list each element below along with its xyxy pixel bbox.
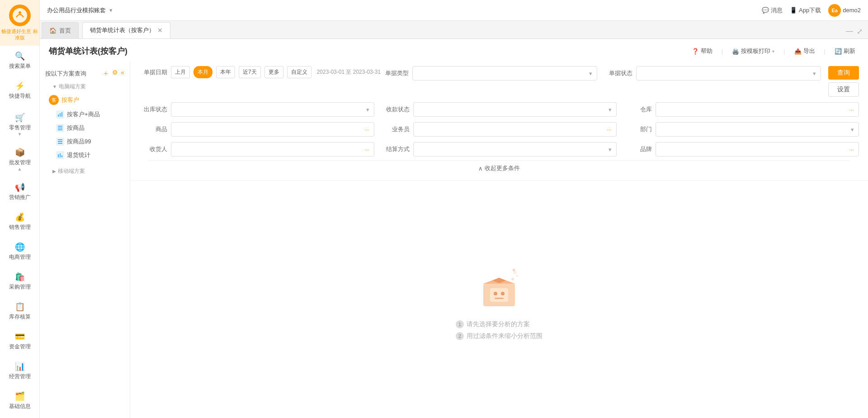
top-header: 办公用品行业模拟账套 ▾ 💬 消息 📱 App下载 Ea demo2 bbox=[40, 0, 868, 21]
svg-point-20 bbox=[516, 275, 518, 277]
filter-row-2: 出库状态 ▾ 收款状态 ▾ bbox=[139, 102, 859, 117]
sidebar-item-wholesale[interactable]: 📦 批发管理 ▲ bbox=[0, 142, 39, 177]
minimize-icon[interactable]: — bbox=[846, 27, 853, 36]
query-btn[interactable]: 查询 bbox=[828, 66, 859, 80]
brand-ellipsis[interactable]: ··· bbox=[849, 146, 854, 153]
collapse-icon: ∧ bbox=[478, 165, 483, 172]
sidebar-item-retail[interactable]: 🛒 零售管理 ▼ bbox=[0, 107, 39, 142]
print-btn[interactable]: 🖨️ 按模板打印 ▾ bbox=[728, 45, 778, 57]
collapse-panel-btn[interactable]: « bbox=[121, 69, 124, 78]
sidebar-item-purchase[interactable]: 🛍️ 采购管理 bbox=[0, 266, 39, 296]
tab-close-icon[interactable]: ✕ bbox=[157, 27, 163, 33]
filter-area: 单据日期 上月 本月 本年 近7天 更多 自定义 2023-03-01 至 20… bbox=[130, 62, 868, 181]
tab-sales-stats[interactable]: 销货单统计表（按客户） ✕ bbox=[82, 22, 170, 38]
tab-window-controls: — ⤢ bbox=[846, 27, 868, 38]
sidebar-item-finance[interactable]: 💳 资金管理 bbox=[0, 326, 39, 356]
sidebar-item-ecommerce[interactable]: 🌐 电商管理 bbox=[0, 237, 39, 266]
svg-rect-13 bbox=[61, 155, 62, 157]
header-dropdown-icon[interactable]: ▾ bbox=[109, 7, 113, 14]
avatar: Ea bbox=[828, 4, 841, 17]
order-status-input[interactable]: ▾ bbox=[636, 66, 821, 81]
empty-illustration: ★ bbox=[472, 259, 526, 313]
warehouse-label: 仓库 bbox=[624, 105, 656, 114]
user-profile[interactable]: Ea demo2 bbox=[828, 4, 861, 17]
tree-item-by-goods[interactable]: 按商品 bbox=[40, 121, 130, 135]
message-btn[interactable]: 💬 消息 bbox=[762, 6, 783, 14]
settings-scheme-btn[interactable]: ⚙ bbox=[112, 69, 118, 78]
date-btn-last-7-days[interactable]: 近7天 bbox=[239, 66, 261, 78]
department-group: 部门 ▾ bbox=[624, 122, 859, 137]
reset-btn[interactable]: 设置 bbox=[828, 82, 859, 97]
sidebar: 畅捷通好生意 标准版 🔍 搜索菜单 ⚡ 快捷导航 🛒 零售管理 ▼ 📦 批发管理… bbox=[0, 0, 40, 418]
delivery-status-input[interactable]: ▾ bbox=[171, 102, 374, 117]
receiver-ellipsis[interactable]: ··· bbox=[364, 146, 369, 153]
date-btn-more[interactable]: 更多 bbox=[264, 66, 283, 78]
warehouse-ellipsis[interactable]: ··· bbox=[849, 106, 854, 113]
order-type-input[interactable]: ▾ bbox=[412, 66, 597, 81]
payment-status-label: 收款状态 bbox=[382, 105, 413, 114]
svg-rect-2 bbox=[58, 114, 59, 117]
filter-row-1: 单据日期 上月 本月 本年 近7天 更多 自定义 2023-03-01 至 20… bbox=[139, 66, 859, 97]
svg-rect-6 bbox=[58, 128, 62, 128]
tree-item-by-goods-99[interactable]: 按商品99 bbox=[40, 135, 130, 148]
goods-ellipsis[interactable]: ··· bbox=[364, 126, 369, 133]
date-btn-this-month[interactable]: 本月 bbox=[193, 66, 212, 78]
warehouse-input[interactable]: ··· bbox=[656, 102, 859, 117]
refresh-btn[interactable]: 🔄 刷新 bbox=[831, 45, 859, 57]
collapse-btn[interactable]: ∧ 收起更多条件 bbox=[148, 160, 850, 176]
tree-group-mobile: ▶ 移动端方案 bbox=[40, 166, 130, 177]
shortcut-icon: ⚡ bbox=[15, 81, 25, 91]
sidebar-item-operations[interactable]: 📊 经营管理 bbox=[0, 356, 39, 386]
sidebar-item-shortcuts[interactable]: ⚡ 快捷导航 bbox=[0, 76, 39, 105]
settlement-group: 结算方式 ▾ bbox=[382, 142, 617, 157]
maximize-icon[interactable]: ⤢ bbox=[857, 27, 863, 36]
goods-input[interactable]: ··· bbox=[171, 122, 374, 137]
sidebar-item-marketing[interactable]: 📢 营销推广 bbox=[0, 177, 39, 207]
sidebar-item-system[interactable]: ⚙️ 系统管理 bbox=[0, 416, 39, 418]
bar-icon bbox=[56, 151, 64, 159]
search-icon: 🔍 bbox=[15, 51, 25, 61]
brand-input[interactable]: ··· bbox=[656, 142, 859, 157]
scheme-active-icon: 客 bbox=[49, 95, 59, 105]
tree-item-by-customer-goods[interactable]: 按客户+商品 bbox=[40, 108, 130, 121]
app-download-btn[interactable]: 📱 App下载 bbox=[790, 6, 821, 14]
inventory-icon: 📋 bbox=[15, 302, 25, 312]
tree-item-by-customer[interactable]: 客 按客户 bbox=[40, 92, 130, 108]
payment-status-group: 收款状态 ▾ bbox=[382, 102, 617, 117]
order-status-arrow-icon: ▾ bbox=[813, 70, 816, 77]
goods-label: 商品 bbox=[139, 125, 171, 133]
date-btn-this-year[interactable]: 本年 bbox=[216, 66, 235, 78]
payment-status-input[interactable]: ▾ bbox=[413, 102, 617, 117]
sidebar-logo: 畅捷通好生意 标准版 bbox=[0, 0, 39, 46]
sidebar-item-sales[interactable]: 💰 销售管理 bbox=[0, 207, 39, 237]
left-panel: 按以下方案查询 ＋ ⚙ « ▼ 电脑端方案 客 按客户 bbox=[40, 62, 130, 418]
salesperson-label: 业务员 bbox=[382, 125, 413, 133]
tree-group-pc: ▼ 电脑端方案 bbox=[40, 81, 130, 92]
date-btn-custom[interactable]: 自定义 bbox=[287, 66, 311, 78]
sidebar-item-inventory[interactable]: 📋 库存核算 bbox=[0, 296, 39, 326]
settlement-arrow-icon: ▾ bbox=[609, 146, 612, 153]
salesperson-ellipsis[interactable]: ··· bbox=[607, 126, 612, 133]
receiver-input[interactable]: ··· bbox=[171, 142, 374, 157]
tree-item-return-stats[interactable]: 退货统计 bbox=[40, 148, 130, 162]
help-btn[interactable]: ❓ 帮助 bbox=[688, 45, 716, 57]
export-btn[interactable]: 📤 导出 bbox=[791, 45, 819, 57]
tree-expand-pc-icon[interactable]: ▼ bbox=[52, 84, 57, 89]
header-left: 办公用品行业模拟账套 ▾ bbox=[47, 6, 113, 14]
table2-icon bbox=[56, 138, 64, 146]
help-icon: ❓ bbox=[692, 48, 699, 55]
date-btn-last-month[interactable]: 上月 bbox=[171, 66, 190, 78]
sidebar-item-search[interactable]: 🔍 搜索菜单 bbox=[0, 46, 39, 76]
add-scheme-btn[interactable]: ＋ bbox=[102, 69, 109, 78]
print-dropdown-icon[interactable]: ▾ bbox=[772, 49, 774, 54]
wholesale-icon: 📦 bbox=[15, 147, 25, 157]
page-header: 销货单统计表(按客户) ❓ 帮助 | 🖨️ 按模板打印 ▾ | 📤 导出 | bbox=[40, 39, 868, 62]
ecommerce-icon: 🌐 bbox=[15, 242, 25, 252]
department-input[interactable]: ▾ bbox=[656, 122, 859, 137]
salesperson-input[interactable]: ··· bbox=[413, 122, 617, 137]
department-label: 部门 bbox=[624, 125, 656, 133]
tree-expand-mobile-icon[interactable]: ▶ bbox=[52, 169, 56, 174]
sidebar-item-base[interactable]: 🗂️ 基础信息 bbox=[0, 386, 39, 416]
settlement-input[interactable]: ▾ bbox=[413, 142, 617, 157]
tab-home[interactable]: 🏠 首页 bbox=[42, 22, 79, 38]
